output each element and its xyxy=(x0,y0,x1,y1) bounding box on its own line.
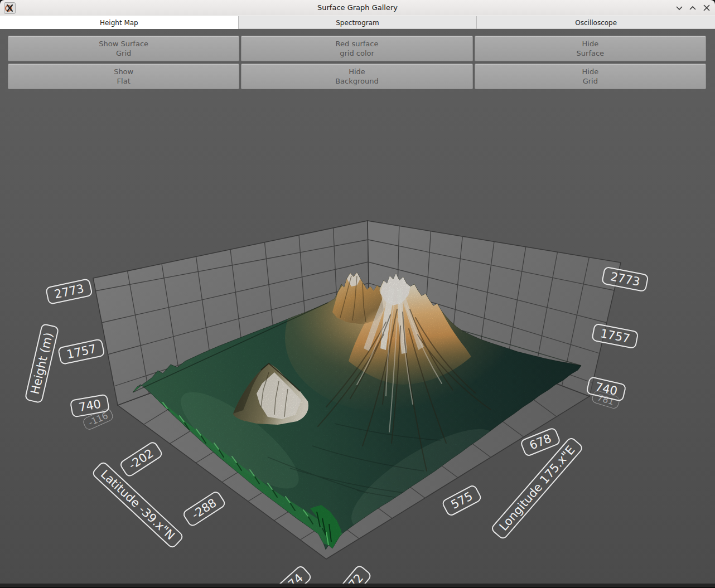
tab-bar: Height Map Spectrogram Oscilloscope xyxy=(0,16,715,29)
close-button[interactable] xyxy=(700,3,713,13)
button-label-line2: Grid xyxy=(116,48,131,58)
surface-plot-canvas[interactable] xyxy=(0,28,715,588)
tab-label: Spectrogram xyxy=(336,19,379,27)
button-label-line1: Hide xyxy=(582,39,599,48)
button-label-line2: Flat xyxy=(117,76,131,86)
button-label-line2: Background xyxy=(335,76,379,86)
titlebar[interactable]: Surface Graph Gallery xyxy=(0,0,715,16)
close-icon xyxy=(702,3,711,12)
button-label-line2: Surface xyxy=(577,48,605,58)
hide-grid-button[interactable]: Hide Grid xyxy=(475,64,706,89)
chevron-up-icon xyxy=(688,3,697,12)
surface-grid-color-button[interactable]: Red surface grid color xyxy=(241,36,472,61)
tab-label: Height Map xyxy=(100,19,138,27)
show-flat-button[interactable]: Show Flat xyxy=(8,64,239,89)
button-label-line2: Grid xyxy=(583,76,598,86)
tab-height-map[interactable]: Height Map xyxy=(0,16,239,29)
tab-spectrogram[interactable]: Spectrogram xyxy=(239,16,477,29)
tab-oscilloscope[interactable]: Oscilloscope xyxy=(477,16,715,29)
tab-label: Oscilloscope xyxy=(575,19,617,27)
window-title: Surface Graph Gallery xyxy=(0,0,715,16)
minimize-button[interactable] xyxy=(673,3,685,13)
button-label-line1: Show Surface xyxy=(99,39,148,48)
hide-background-button[interactable]: Hide Background xyxy=(241,64,472,89)
app-window: -116 781 2773 1757 740 Height (m) 2773 1… xyxy=(0,0,715,588)
window-bottom-edge xyxy=(0,584,715,588)
button-label-line1: Show xyxy=(114,67,133,76)
hide-surface-button[interactable]: Hide Surface xyxy=(475,36,706,61)
button-label-line1: Red surface xyxy=(336,39,379,48)
chevron-down-icon xyxy=(675,3,684,12)
button-label-line2: grid color xyxy=(340,48,374,58)
button-label-line1: Hide xyxy=(349,67,365,76)
maximize-button[interactable] xyxy=(687,3,699,13)
button-label-line1: Hide xyxy=(582,67,599,76)
toolbar: Show Surface Grid Red surface grid color… xyxy=(8,36,706,89)
show-surface-grid-button[interactable]: Show Surface Grid xyxy=(8,36,239,61)
